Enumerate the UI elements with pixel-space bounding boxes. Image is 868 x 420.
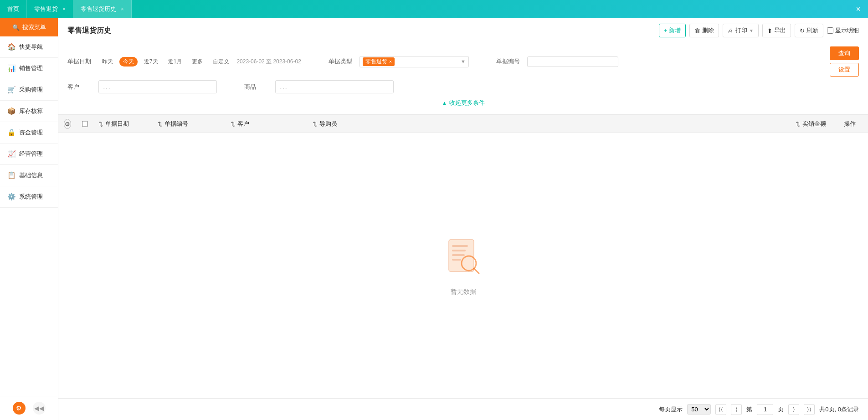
- next-page-btn[interactable]: ⟩: [788, 404, 799, 415]
- refresh-icon: ↻: [800, 27, 805, 34]
- docnum-filter-group: 单据编号: [496, 56, 618, 67]
- last1month-btn[interactable]: 近1月: [164, 57, 186, 67]
- th-date-label: 单据日期: [105, 120, 129, 128]
- sidebar-search-label: 搜索菜单: [22, 23, 46, 31]
- sidebar-item-label: 经营管理: [19, 150, 43, 158]
- th-customer[interactable]: ⇅ 客户: [225, 116, 307, 132]
- print-dropdown-icon: ▼: [749, 28, 754, 33]
- yesterday-btn[interactable]: 昨天: [98, 57, 117, 67]
- type-tag-close[interactable]: ×: [389, 59, 392, 64]
- date-filter-group: 单据日期 昨天 今天 近7天 近1月 更多 自定义 2023-06-02 至 2…: [67, 57, 301, 67]
- last7days-btn[interactable]: 近7天: [140, 57, 162, 67]
- export-icon: ⬆: [767, 27, 772, 34]
- settings-bottom-icon[interactable]: ⚙: [13, 402, 26, 415]
- customer-filter-label: 客户: [67, 83, 95, 91]
- tab-retail-return[interactable]: 零售退货 ×: [27, 0, 73, 18]
- audio-bottom-icon[interactable]: ◀◀: [33, 402, 46, 415]
- print-button[interactable]: 🖨 打印 ▼: [723, 24, 759, 37]
- sidebar-item-finance-mgmt[interactable]: 🔒 资金管理: [0, 122, 58, 143]
- sidebar-item-quick-nav[interactable]: 🏠 快捷导航: [0, 36, 58, 58]
- column-settings-icon[interactable]: ⚙: [64, 119, 71, 129]
- new-button[interactable]: + 新增: [659, 24, 686, 37]
- svg-rect-1: [452, 245, 468, 247]
- page-number-input[interactable]: [757, 404, 773, 415]
- sidebar-search[interactable]: 🔍 搜索菜单: [0, 18, 58, 36]
- select-all-checkbox[interactable]: [82, 121, 88, 127]
- more-btn[interactable]: 更多: [188, 57, 206, 67]
- type-tag-container[interactable]: 零售退货 × ▼: [360, 56, 469, 67]
- delete-button-label: 删除: [702, 26, 714, 35]
- customer-input-container[interactable]: …: [98, 80, 217, 93]
- th-number[interactable]: ⇅ 单据编号: [152, 116, 225, 132]
- th-amount-label: 实销金额: [802, 120, 826, 128]
- last-page-btn[interactable]: ⟩⟩: [804, 404, 815, 415]
- custom-btn[interactable]: 自定义: [209, 57, 233, 67]
- sidebar-item-system-mgmt[interactable]: ⚙️ 系统管理: [0, 186, 58, 208]
- type-filter-group: 单据类型 零售退货 × ▼: [329, 56, 469, 67]
- th-guide[interactable]: ⇅ 导购员: [307, 116, 777, 132]
- show-detail-toggle[interactable]: 显示明细: [827, 26, 859, 35]
- sidebar-item-label: 销售管理: [19, 64, 43, 72]
- top-bar: 首页 零售退货 × 零售退货历史 × ×: [0, 0, 868, 18]
- collapse-button[interactable]: ▲ 收起更多条件: [442, 97, 485, 109]
- delete-icon: 🗑: [694, 27, 700, 34]
- sidebar-item-label: 基础信息: [19, 171, 43, 179]
- th-checkbox[interactable]: [77, 117, 93, 131]
- query-button[interactable]: 查询: [830, 46, 859, 60]
- tab-retail-return-history-close[interactable]: ×: [121, 6, 124, 12]
- tab-home[interactable]: 首页: [0, 0, 27, 18]
- sidebar-item-basic-info[interactable]: 📋 基础信息: [0, 165, 58, 186]
- delete-button[interactable]: 🗑 删除: [689, 24, 719, 37]
- svg-rect-4: [452, 259, 461, 261]
- inventory-icon: 📦: [7, 107, 15, 115]
- sidebar-item-sales-mgmt[interactable]: 📊 销售管理: [0, 58, 58, 79]
- goods-input-container[interactable]: …: [275, 80, 394, 93]
- refresh-button-label: 刷新: [806, 26, 818, 35]
- page-unit: 页: [778, 405, 784, 414]
- today-btn[interactable]: 今天: [119, 57, 138, 67]
- type-tag-label: 零售退货: [365, 58, 387, 66]
- goods-filter-label: 商品: [244, 83, 272, 91]
- docnum-input[interactable]: [527, 56, 618, 67]
- date-range-display: 2023-06-02 至 2023-06-02: [236, 58, 301, 66]
- th-settings[interactable]: ⚙: [58, 115, 77, 133]
- action-buttons: 查询 设置: [830, 46, 859, 77]
- th-date[interactable]: ⇅ 单据日期: [93, 116, 152, 132]
- th-operation-label: 操作: [844, 120, 856, 128]
- page-header: 零售退货历史 + 新增 🗑 删除 🖨 打印 ▼: [58, 18, 868, 115]
- total-label: 共0页, 0条记录: [819, 405, 859, 414]
- show-detail-label: 显示明细: [835, 26, 859, 35]
- sidebar: 🔍 搜索菜单 🏠 快捷导航 📊 销售管理 🛒 采购管理 📦 库存核算 🔒 资金管…: [0, 18, 58, 420]
- main-layout: 🔍 搜索菜单 🏠 快捷导航 📊 销售管理 🛒 采购管理 📦 库存核算 🔒 资金管…: [0, 18, 868, 420]
- tab-retail-return-close[interactable]: ×: [62, 6, 66, 12]
- prev-page-btn[interactable]: ⟨: [731, 404, 742, 415]
- svg-rect-3: [452, 254, 465, 256]
- new-button-label: + 新增: [664, 26, 681, 35]
- tab-retail-return-history-label: 零售退货历史: [81, 5, 116, 13]
- type-dropdown-arrow[interactable]: ▼: [461, 59, 466, 64]
- sidebar-item-inventory[interactable]: 📦 库存核算: [0, 101, 58, 122]
- sidebar-item-label: 快捷导航: [19, 43, 43, 51]
- show-detail-checkbox[interactable]: [827, 27, 833, 34]
- purchase-icon: 🛒: [7, 86, 15, 94]
- sidebar-item-operation-mgmt[interactable]: 📈 经营管理: [0, 143, 58, 165]
- docnum-filter-label: 单据编号: [496, 57, 524, 66]
- window-close-button[interactable]: ×: [848, 5, 868, 14]
- toolbar: + 新增 🗑 删除 🖨 打印 ▼ ⬆ 导出: [659, 24, 823, 37]
- date-filter-label: 单据日期: [67, 57, 95, 66]
- first-page-btn[interactable]: ⟨⟨: [715, 404, 726, 415]
- per-page-select[interactable]: 10 20 50 100: [687, 404, 711, 415]
- table-container: ⚙ ⇅ 单据日期 ⇅ 单据编号 ⇅ 客户 ⇅: [58, 115, 868, 398]
- th-amount[interactable]: ⇅ 实销金额: [777, 116, 832, 132]
- system-icon: ⚙️: [7, 193, 15, 201]
- tab-retail-return-history[interactable]: 零售退货历史 ×: [73, 0, 132, 18]
- refresh-button[interactable]: ↻ 刷新: [795, 24, 823, 37]
- settings-button[interactable]: 设置: [830, 63, 859, 77]
- tab-home-label: 首页: [7, 5, 19, 13]
- table-header: ⚙ ⇅ 单据日期 ⇅ 单据编号 ⇅ 客户 ⇅: [58, 115, 868, 133]
- sidebar-bottom: ⚙ ◀◀: [0, 396, 58, 420]
- th-guide-label: 导购员: [319, 120, 337, 128]
- export-button[interactable]: ⬆ 导出: [762, 24, 791, 37]
- sidebar-item-purchase-mgmt[interactable]: 🛒 采购管理: [0, 79, 58, 101]
- goods-placeholder: …: [279, 82, 288, 92]
